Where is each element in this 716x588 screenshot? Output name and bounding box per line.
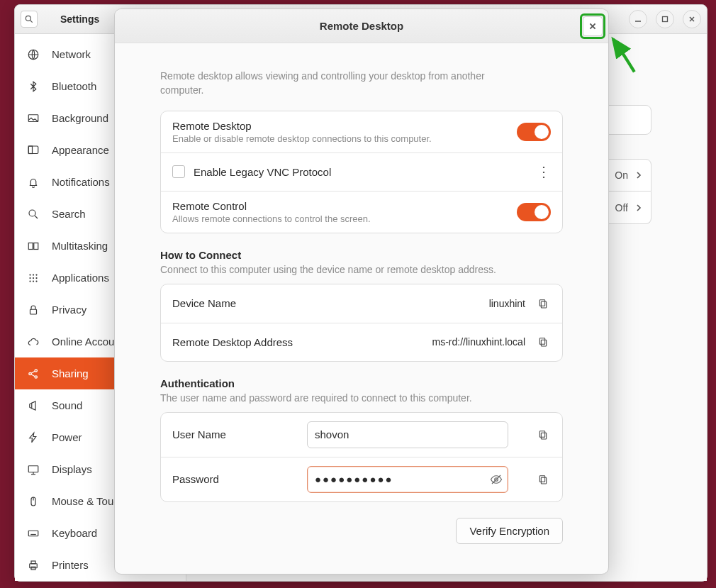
username-label: User Name xyxy=(172,428,307,440)
svg-point-19 xyxy=(35,277,37,278)
sidebar-item-label: Power xyxy=(52,431,82,443)
remote-control-toggle[interactable] xyxy=(517,203,551,221)
vnc-label: Enable Legacy VNC Protocol xyxy=(194,166,537,178)
remote-address-label: Remote Desktop Address xyxy=(172,336,432,348)
dialog-body: Remote desktop allows viewing and contro… xyxy=(115,43,608,574)
cloud-icon xyxy=(26,335,40,349)
svg-point-15 xyxy=(33,274,34,275)
how-to-connect-sub: Connect to this computer using the devic… xyxy=(160,264,563,275)
svg-point-20 xyxy=(29,280,30,282)
copy-address-button[interactable] xyxy=(535,334,551,350)
mouse-icon xyxy=(26,494,40,509)
svg-point-16 xyxy=(35,274,37,275)
svg-rect-8 xyxy=(28,146,38,154)
close-icon xyxy=(688,16,695,23)
svg-rect-42 xyxy=(539,299,544,306)
remote-settings-group: Remote Desktop Enable or disable remote … xyxy=(160,111,563,233)
chevron-right-icon xyxy=(635,172,642,179)
svg-line-11 xyxy=(35,216,38,218)
dialog-header: Remote Desktop xyxy=(115,9,608,43)
window-close-button[interactable] xyxy=(683,10,701,28)
copy-password-button[interactable] xyxy=(535,472,551,487)
svg-line-28 xyxy=(31,374,35,376)
authentication-group: User Name Password xyxy=(160,412,563,502)
remote-control-row: Remote Control Allows remote connections… xyxy=(161,191,562,233)
sidebar-item-label: Network xyxy=(52,48,91,60)
eye-off-icon xyxy=(490,473,503,486)
keyboard-icon xyxy=(26,526,40,540)
toggle-password-visibility-button[interactable] xyxy=(490,473,503,486)
svg-rect-29 xyxy=(28,465,38,472)
sidebar-item-label: Sound xyxy=(52,399,82,411)
row-title: Remote Control xyxy=(172,200,517,212)
settings-title: Settings xyxy=(42,13,113,25)
sidebar-item-label: Multitasking xyxy=(52,240,108,252)
lock-icon xyxy=(26,303,40,317)
magnifier-icon xyxy=(24,14,34,24)
username-row: User Name xyxy=(161,413,562,457)
svg-rect-3 xyxy=(663,17,668,22)
apps-icon xyxy=(26,271,40,285)
bluetooth-icon xyxy=(26,79,40,94)
row-title: Remote Desktop xyxy=(172,120,517,132)
svg-point-18 xyxy=(33,277,34,278)
svg-rect-9 xyxy=(28,146,32,154)
dialog-title: Remote Desktop xyxy=(320,20,403,32)
printers-icon xyxy=(26,558,40,572)
svg-point-26 xyxy=(35,375,37,377)
svg-rect-43 xyxy=(541,340,546,346)
copy-icon xyxy=(537,298,549,309)
vnc-checkbox[interactable] xyxy=(172,165,185,178)
multitask-icon xyxy=(26,239,40,253)
remote-desktop-toggle[interactable] xyxy=(517,123,551,141)
copy-icon xyxy=(537,336,549,348)
window-minimize-button[interactable] xyxy=(629,10,647,28)
window-maximize-button[interactable] xyxy=(656,10,674,28)
row-state: On xyxy=(615,170,628,181)
row-subtitle: Enable or disable remote desktop connect… xyxy=(172,133,517,144)
verify-encryption-button[interactable]: Verify Encryption xyxy=(456,518,563,544)
search-button[interactable] xyxy=(21,11,38,28)
device-name-label: Device Name xyxy=(172,297,489,309)
copy-username-button[interactable] xyxy=(535,427,551,443)
svg-rect-37 xyxy=(31,561,35,564)
svg-point-0 xyxy=(26,16,30,21)
sidebar-item-label: Keyboard xyxy=(52,527,97,539)
password-label: Password xyxy=(172,473,307,485)
svg-rect-23 xyxy=(30,309,37,314)
authentication-sub: The user name and password are required … xyxy=(160,392,563,404)
svg-line-27 xyxy=(31,371,35,373)
svg-point-21 xyxy=(33,280,34,282)
svg-point-24 xyxy=(29,372,31,375)
bell-icon xyxy=(26,175,40,189)
maximize-icon xyxy=(661,16,669,23)
appearance-icon xyxy=(26,143,40,157)
power-icon xyxy=(26,431,40,445)
background-icon xyxy=(26,111,40,126)
svg-rect-41 xyxy=(541,301,546,308)
sidebar-item-label: Bluetooth xyxy=(52,80,96,92)
password-input[interactable] xyxy=(307,466,508,493)
chevron-right-icon xyxy=(635,204,642,211)
svg-point-10 xyxy=(29,210,35,216)
copy-icon xyxy=(537,429,549,440)
svg-rect-50 xyxy=(539,475,544,482)
username-input[interactable] xyxy=(307,421,508,448)
copy-device-name-button[interactable] xyxy=(535,296,551,311)
svg-rect-49 xyxy=(541,477,546,484)
svg-point-14 xyxy=(29,274,30,275)
dialog-close-button[interactable] xyxy=(583,16,603,36)
remote-desktop-dialog: Remote Desktop Remote desktop allows vie… xyxy=(114,9,609,575)
sidebar-item-label: Printers xyxy=(52,559,89,571)
svg-point-25 xyxy=(35,369,37,371)
svg-line-1 xyxy=(30,21,33,23)
sidebar-item-label: Notifications xyxy=(52,176,110,188)
remote-address-value: ms-rd://linuxhint.local xyxy=(432,336,526,348)
globe-icon xyxy=(26,48,40,62)
svg-rect-45 xyxy=(541,433,546,439)
sound-icon xyxy=(26,399,40,413)
svg-rect-12 xyxy=(28,243,33,249)
share-icon xyxy=(26,367,40,381)
dialog-intro-text: Remote desktop allows viewing and contro… xyxy=(160,69,529,98)
close-icon xyxy=(588,22,597,30)
